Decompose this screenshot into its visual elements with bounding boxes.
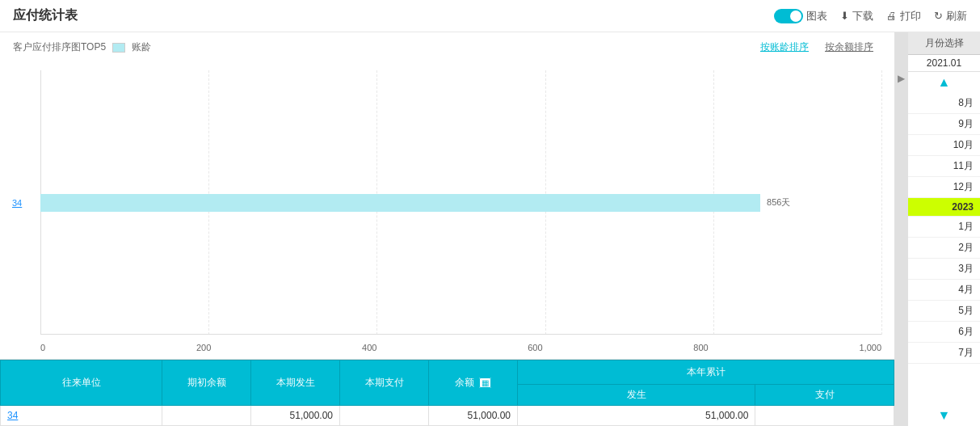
x-label-0: 0 xyxy=(40,343,45,352)
legend-box-label: 账龄 xyxy=(132,40,151,54)
refresh-button[interactable]: ↻ 刷新 xyxy=(934,9,967,23)
legend-box xyxy=(112,43,125,53)
bar-chart-area: 34 856天 0 200 400 600 800 xyxy=(0,62,894,359)
download-label: 下载 xyxy=(852,9,873,23)
refresh-label: 刷新 xyxy=(946,9,967,23)
print-icon: 🖨 xyxy=(886,10,897,22)
cell-balance: 51,000.00 xyxy=(429,406,518,426)
divider-arrow-icon: ▶ xyxy=(898,73,905,84)
sidebar-month-item-5[interactable]: 2023 xyxy=(908,198,980,217)
x-axis-line xyxy=(40,334,881,335)
sidebar-month-item-0[interactable]: 8月 xyxy=(908,93,980,114)
download-button[interactable]: ⬇ 下载 xyxy=(840,9,873,23)
chevron-down-icon: ▼ xyxy=(938,408,951,423)
sidebar-header: 月份选择 xyxy=(908,32,980,55)
page-title: 应付统计表 xyxy=(13,7,78,24)
col-sub-header-year-pay: 支付 xyxy=(755,385,894,406)
sidebar-nav-up-button[interactable]: ▲ xyxy=(908,72,980,93)
sidebar-month-item-12[interactable]: 7月 xyxy=(908,343,980,364)
sort-by-balance-button[interactable]: 按余额排序 xyxy=(817,39,881,56)
sidebar-month-item-7[interactable]: 2月 xyxy=(908,238,980,259)
plot-container: 34 856天 0 200 400 600 800 xyxy=(40,70,881,335)
refresh-icon: ↻ xyxy=(934,10,943,22)
sidebar-month-list: 8月9月10月11月12月20231月2月3月4月5月6月7月 xyxy=(908,93,980,405)
header-actions: 图表 ⬇ 下载 🖨 打印 ↻ 刷新 xyxy=(774,9,967,23)
bar-fill-34 xyxy=(40,194,760,212)
col-header-current-pay: 本期支付 xyxy=(340,361,429,406)
sidebar-nav-down-button[interactable]: ▼ xyxy=(908,405,980,426)
sidebar-month-item-11[interactable]: 6月 xyxy=(908,322,980,343)
sidebar-year-display: 2021.01 xyxy=(908,55,980,72)
sidebar-month-item-10[interactable]: 5月 xyxy=(908,301,980,322)
sidebar-month-item-1[interactable]: 9月 xyxy=(908,114,980,135)
print-label: 打印 xyxy=(900,9,921,23)
sidebar-divider[interactable]: ▶ xyxy=(894,32,907,426)
x-label-800: 800 xyxy=(693,343,708,352)
cell-year-occur: 51,000.00 xyxy=(518,406,755,426)
cell-current-occur: 51,000.00 xyxy=(251,406,340,426)
bar-row-label-34[interactable]: 34 xyxy=(12,198,22,208)
bar-value-label-34: 856天 xyxy=(767,196,790,209)
download-icon: ⬇ xyxy=(840,10,849,22)
data-table: 往来单位 期初余额 本期发生 本期支付 余额 ▦ 本年累计 发生 xyxy=(0,359,894,426)
sidebar-month-item-9[interactable]: 4月 xyxy=(908,280,980,301)
x-axis-labels: 0 200 400 600 800 1,000 xyxy=(40,343,881,352)
chart-sort-buttons: 按账龄排序 按余额排序 xyxy=(752,39,881,56)
chart-label: 图表 xyxy=(806,9,827,23)
chart-toggle-item[interactable]: 图表 xyxy=(774,9,827,23)
x-label-600: 600 xyxy=(528,343,542,352)
col-header-balance: 余额 ▦ xyxy=(429,361,518,406)
chart-legend: 客户应付排序图TOP5 账龄 xyxy=(13,40,151,54)
col-header-period-start: 期初余额 xyxy=(162,361,251,406)
x-label-200: 200 xyxy=(196,343,211,352)
bar-row-34: 856天 xyxy=(40,194,881,212)
cell-unit[interactable]: 34 xyxy=(1,406,162,426)
chart-header: 客户应付排序图TOP5 账龄 按账龄排序 按余额排序 xyxy=(0,32,894,62)
sidebar-month-item-8[interactable]: 3月 xyxy=(908,259,980,280)
col-header-unit: 往来单位 xyxy=(1,361,162,406)
col-header-current-occur: 本期发生 xyxy=(251,361,340,406)
sort-by-age-button[interactable]: 按账龄排序 xyxy=(752,39,817,56)
x-label-1000: 1,000 xyxy=(859,343,881,352)
chart-toggle-switch[interactable] xyxy=(774,9,803,23)
cell-year-pay xyxy=(755,406,894,426)
cell-current-pay xyxy=(340,406,429,426)
table-row: 34 51,000.00 51,000.00 51,000.00 xyxy=(1,406,894,426)
grid-line-1000 xyxy=(881,70,882,335)
cell-period-start xyxy=(162,406,251,426)
sidebar-month-item-6[interactable]: 1月 xyxy=(908,217,980,238)
month-sidebar: 月份选择 2021.01 ▲ 8月9月10月11月12月20231月2月3月4月… xyxy=(907,32,980,426)
col-header-year-total: 本年累计 xyxy=(518,361,894,385)
x-label-400: 400 xyxy=(362,343,376,352)
sidebar-month-item-3[interactable]: 11月 xyxy=(908,156,980,177)
chevron-up-icon: ▲ xyxy=(938,75,951,90)
col-sub-header-year-occur: 发生 xyxy=(518,385,755,406)
balance-badge: ▦ xyxy=(479,377,491,388)
sidebar-month-item-2[interactable]: 10月 xyxy=(908,135,980,156)
print-button[interactable]: 🖨 打印 xyxy=(886,9,921,23)
sidebar-month-item-4[interactable]: 12月 xyxy=(908,177,980,198)
legend-text: 客户应付排序图TOP5 xyxy=(13,40,106,54)
